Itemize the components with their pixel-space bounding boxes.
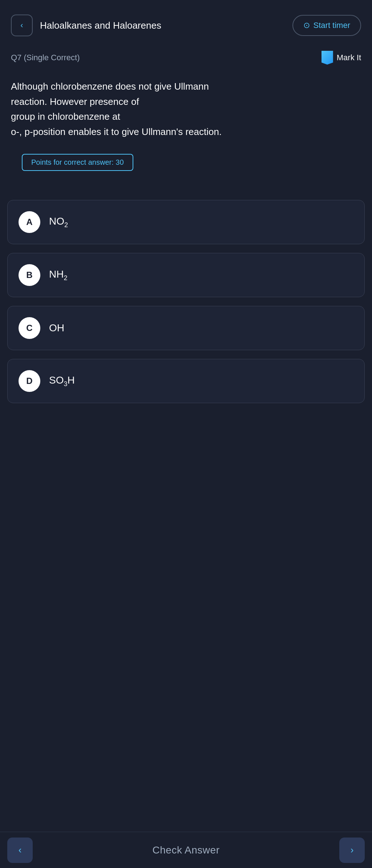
question-text: Although chlorobenzene does not give Ull… [0,72,372,150]
mark-it-label: Mark It [337,53,361,62]
option-c-letter: C [19,317,40,339]
header-left: ‹ Haloalkanes and Haloarenes [11,15,161,36]
back-icon: ‹ [20,21,23,30]
option-d-letter: D [19,370,40,392]
page-title: Haloalkanes and Haloarenes [40,20,161,31]
bookmark-icon [322,51,333,65]
option-d-text: SO3H [49,374,75,388]
question-label: Q7 (Single Correct) [11,53,80,62]
option-b[interactable]: B NH2 [7,253,365,297]
start-timer-label: Start timer [314,21,350,30]
question-line3: group in chlorobenzene at [11,111,120,122]
options-container: A NO2 B NH2 C OH D SO3H [0,200,372,403]
next-button[interactable]: › [339,838,365,863]
check-answer-button[interactable]: Check Answer [153,844,220,856]
option-a-letter: A [19,211,40,233]
option-c[interactable]: C OH [7,306,365,350]
option-b-text: NH2 [49,269,67,282]
bottom-nav: ‹ Check Answer › [0,832,372,868]
points-badge: Points for correct answer: 30 [22,154,133,171]
option-c-text: OH [49,322,64,334]
timer-icon: ⊙ [303,21,310,30]
option-a-text: NO2 [49,216,68,229]
header: ‹ Haloalkanes and Haloarenes ⊙ Start tim… [0,0,372,44]
question-line4: o-, p-position enables it to give Ullman… [11,126,222,137]
start-timer-button[interactable]: ⊙ Start timer [292,15,361,36]
points-section: Points for correct answer: 30 [0,150,372,200]
next-icon: › [351,844,354,856]
option-d[interactable]: D SO3H [7,359,365,403]
question-line1: Although chlorobenzene does not give Ull… [11,81,209,92]
prev-icon: ‹ [19,844,22,856]
option-b-letter: B [19,264,40,286]
prev-button[interactable]: ‹ [7,838,33,863]
question-line2: reaction. However presence of [11,96,139,107]
option-a[interactable]: A NO2 [7,200,365,244]
question-meta: Q7 (Single Correct) Mark It [0,44,372,72]
mark-it-button[interactable]: Mark It [322,51,361,65]
back-button[interactable]: ‹ [11,15,33,36]
